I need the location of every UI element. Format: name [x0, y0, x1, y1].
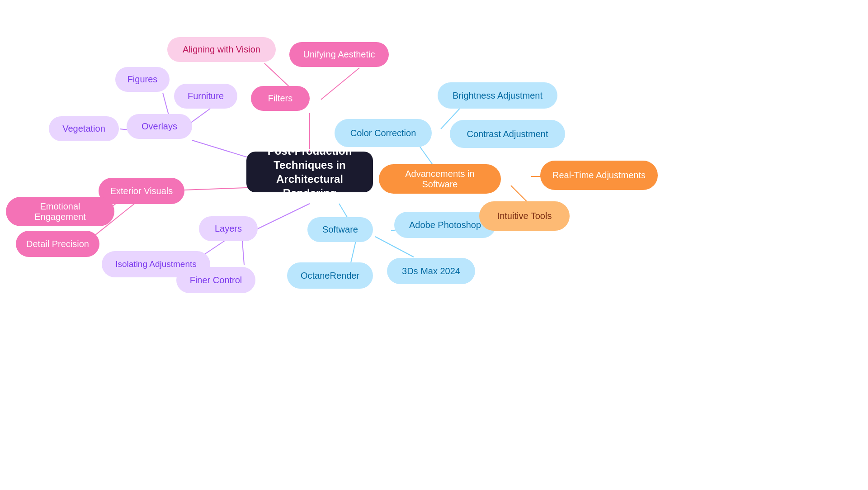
furniture-node[interactable]: Furniture — [174, 84, 237, 109]
svg-line-13 — [339, 204, 347, 217]
vegetation-label: Vegetation — [62, 124, 105, 134]
color-correction-node[interactable]: Color Correction — [335, 119, 432, 147]
overlays-label: Overlays — [142, 121, 177, 132]
contrast-label: Contrast Adjustment — [467, 129, 548, 139]
real-time-adjustments-node[interactable]: Real-Time Adjustments — [540, 161, 658, 190]
brightness-adjustment-node[interactable]: Brightness Adjustment — [438, 82, 557, 109]
three-ds-max-node[interactable]: 3Ds Max 2024 — [387, 258, 475, 284]
exterior-visuals-node[interactable]: Exterior Visuals — [99, 178, 184, 204]
detail-precision-label: Detail Precision — [26, 239, 89, 249]
advancements-label: Advancements in Software — [388, 169, 492, 190]
intuitive-tools-node[interactable]: Intuitive Tools — [479, 201, 570, 231]
emotional-engagement-label: Emotional Engagement — [15, 201, 105, 222]
center-node[interactable]: Post-Production Techniques in Architectu… — [246, 152, 373, 192]
color-correction-label: Color Correction — [350, 128, 416, 138]
intuitive-tools-label: Intuitive Tools — [497, 211, 552, 221]
unifying-aesthetic-node[interactable]: Unifying Aesthetic — [289, 42, 389, 67]
figures-label: Figures — [127, 74, 158, 85]
svg-line-2 — [321, 68, 359, 100]
svg-line-10 — [255, 204, 310, 230]
exterior-visuals-label: Exterior Visuals — [110, 186, 173, 196]
layers-label: Layers — [215, 224, 242, 234]
figures-node[interactable]: Figures — [115, 67, 170, 92]
detail-precision-node[interactable]: Detail Precision — [16, 231, 99, 257]
software-node[interactable]: Software — [307, 217, 373, 242]
filters-node[interactable]: Filters — [251, 86, 310, 111]
brightness-label: Brightness Adjustment — [453, 90, 542, 101]
center-label: Post-Production Techniques in Architectu… — [255, 144, 364, 200]
adobe-photoshop-label: Adobe Photoshop — [409, 220, 481, 230]
unifying-label: Unifying Aesthetic — [303, 49, 375, 60]
finer-control-node[interactable]: Finer Control — [176, 267, 255, 293]
svg-line-16 — [375, 237, 414, 257]
finer-control-label: Finer Control — [190, 275, 242, 285]
layers-node[interactable]: Layers — [199, 216, 258, 241]
overlays-node[interactable]: Overlays — [127, 114, 192, 139]
octane-render-node[interactable]: OctaneRender — [287, 262, 373, 289]
aligning-label: Aligning with Vision — [183, 44, 260, 55]
advancements-node[interactable]: Advancements in Software — [379, 164, 501, 194]
filters-label: Filters — [268, 93, 292, 104]
octane-render-label: OctaneRender — [301, 271, 359, 281]
furniture-label: Furniture — [188, 91, 224, 101]
aligning-with-vision-node[interactable]: Aligning with Vision — [167, 37, 276, 62]
three-ds-max-label: 3Ds Max 2024 — [402, 266, 460, 276]
real-time-label: Real-Time Adjustments — [552, 170, 646, 181]
vegetation-node[interactable]: Vegetation — [49, 116, 119, 141]
contrast-adjustment-node[interactable]: Contrast Adjustment — [450, 120, 565, 148]
emotional-engagement-node[interactable]: Emotional Engagement — [6, 197, 114, 226]
software-label: Software — [322, 224, 358, 235]
